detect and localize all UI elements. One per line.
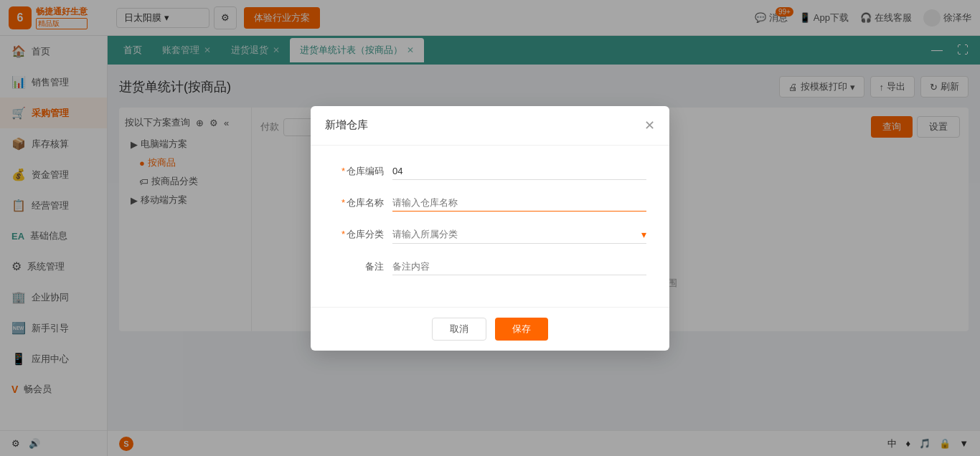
code-label: *仓库编码 — [334, 165, 384, 178]
modal-body: *仓库编码 *仓库名称 *仓库分类 ▾ — [311, 146, 669, 307]
category-input[interactable] — [392, 229, 641, 239]
note-field-row: 备注 — [334, 258, 646, 275]
category-label: *仓库分类 — [334, 228, 384, 241]
code-field-row: *仓库编码 — [334, 163, 646, 180]
modal-close-button[interactable]: ✕ — [644, 118, 655, 133]
note-input[interactable] — [392, 258, 646, 275]
name-label: *仓库名称 — [334, 196, 384, 209]
modal-footer: 取消 保存 — [311, 307, 669, 351]
add-warehouse-modal: 新增仓库 ✕ *仓库编码 *仓库名称 *仓库分类 — [311, 106, 669, 351]
modal-overlay: 新增仓库 ✕ *仓库编码 *仓库名称 *仓库分类 — [0, 0, 980, 456]
name-input[interactable] — [392, 194, 646, 212]
category-select-wrapper[interactable]: ▾ — [392, 226, 646, 244]
modal-header: 新增仓库 ✕ — [311, 106, 669, 146]
category-dropdown-icon: ▾ — [641, 229, 646, 240]
cancel-button[interactable]: 取消 — [432, 318, 486, 341]
code-input[interactable] — [392, 163, 646, 180]
modal-title: 新增仓库 — [325, 118, 368, 132]
note-label: 备注 — [334, 260, 384, 273]
category-field-row: *仓库分类 ▾ — [334, 226, 646, 244]
save-button[interactable]: 保存 — [495, 318, 548, 341]
name-field-row: *仓库名称 — [334, 194, 646, 212]
